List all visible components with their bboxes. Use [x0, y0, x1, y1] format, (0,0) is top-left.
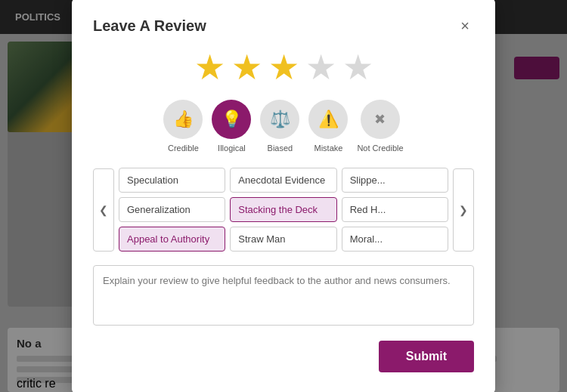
mistake-label: Mistake	[314, 144, 342, 153]
tag-anecdotal-evidence[interactable]: Anecdotal Evidence	[230, 168, 336, 193]
modal-footer: Submit	[93, 341, 474, 372]
mistake-icon: ⚠️	[308, 100, 348, 139]
modal-header: Leave A Review ×	[93, 17, 474, 35]
tag-straw-man[interactable]: Straw Man	[230, 227, 336, 252]
rating-mistake[interactable]: ⚠️ Mistake	[308, 100, 348, 153]
star-1[interactable]: ★	[194, 50, 225, 85]
rating-not-credible[interactable]: ✖ Not Credible	[357, 100, 403, 153]
not-credible-icon: ✖	[361, 100, 400, 139]
tag-stacking-the-deck[interactable]: Stacking the Deck	[230, 197, 336, 222]
biased-icon: ⚖️	[260, 100, 299, 139]
tags-grid: Speculation Anecdotal Evidence Slippe...…	[114, 168, 453, 252]
illogical-label: Illogical	[218, 144, 246, 153]
review-modal: Leave A Review × ★ ★ ★ ★ ★ 👍 Credible 💡 …	[72, 0, 495, 392]
tag-speculation[interactable]: Speculation	[119, 168, 225, 193]
biased-label: Biased	[268, 144, 293, 153]
close-button[interactable]: ×	[456, 17, 474, 35]
star-3[interactable]: ★	[268, 50, 299, 85]
submit-button[interactable]: Submit	[379, 341, 474, 372]
credible-icon: 👍	[163, 100, 203, 139]
rating-illogical[interactable]: 💡 Illogical	[212, 100, 251, 153]
modal-title: Leave A Review	[93, 17, 206, 35]
stars-row: ★ ★ ★ ★ ★	[93, 50, 474, 85]
rating-biased[interactable]: ⚖️ Biased	[260, 100, 299, 153]
star-2[interactable]: ★	[231, 50, 262, 85]
tag-generalization[interactable]: Generalization	[119, 197, 225, 222]
prev-arrow-button[interactable]: ❮	[93, 168, 114, 252]
review-textarea[interactable]	[93, 265, 474, 326]
next-arrow-button[interactable]: ❯	[453, 168, 474, 252]
tag-moral[interactable]: Moral...	[342, 227, 448, 252]
ratings-row: 👍 Credible 💡 Illogical ⚖️ Biased ⚠️ Mist…	[93, 100, 474, 153]
tag-red-herring[interactable]: Red H...	[342, 197, 448, 222]
tags-container: ❮ Speculation Anecdotal Evidence Slippe.…	[93, 168, 474, 252]
star-4[interactable]: ★	[305, 50, 336, 85]
modal-overlay: Leave A Review × ★ ★ ★ ★ ★ 👍 Credible 💡 …	[0, 0, 567, 392]
tag-appeal-to-authority[interactable]: Appeal to Authority	[119, 227, 225, 252]
star-5[interactable]: ★	[342, 50, 373, 85]
tag-slippery-slope[interactable]: Slippe...	[342, 168, 448, 193]
illogical-icon: 💡	[212, 100, 251, 139]
rating-credible[interactable]: 👍 Credible	[163, 100, 203, 153]
credible-label: Credible	[168, 144, 199, 153]
not-credible-label: Not Credible	[357, 144, 403, 153]
